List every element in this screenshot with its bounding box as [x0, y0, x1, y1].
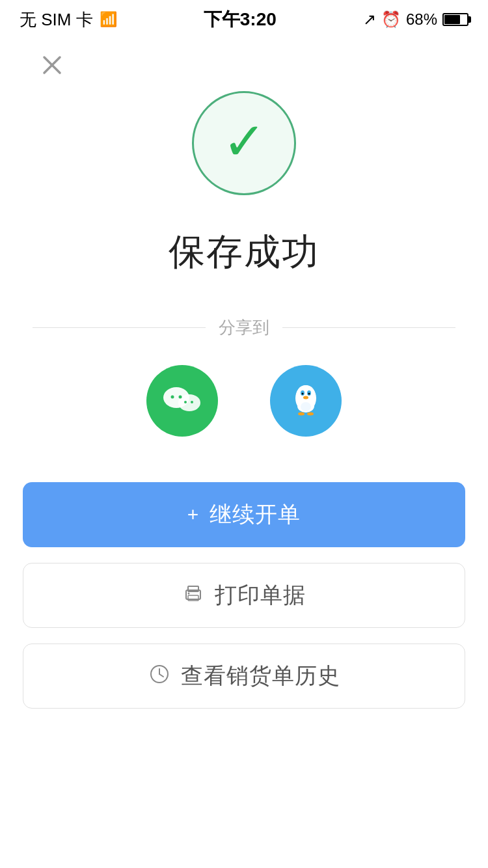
divider-line-left [33, 327, 206, 328]
continue-order-button[interactable]: + 继续开单 [23, 482, 465, 547]
qq-icon [285, 380, 327, 422]
printer-icon [182, 582, 204, 609]
svg-point-6 [184, 401, 187, 403]
history-icon [148, 663, 170, 690]
checkmark-icon: ✓ [223, 116, 266, 168]
sim-label: 无 SIM 卡 [20, 8, 93, 31]
share-divider: 分享到 [0, 316, 488, 339]
action-buttons: + 继续开单 打印单据 [23, 482, 465, 709]
alarm-icon: ⏰ [381, 10, 401, 29]
status-right: ↗ ⏰ 68% [363, 10, 468, 29]
print-label: 打印单据 [215, 580, 306, 610]
status-left: 无 SIM 卡 📶 [20, 8, 117, 31]
svg-point-5 [179, 396, 182, 399]
history-button[interactable]: 查看销货单历史 [23, 644, 465, 709]
status-time: 下午3:20 [204, 7, 277, 32]
svg-point-7 [191, 401, 193, 403]
svg-point-18 [307, 413, 314, 416]
battery-bar-icon [442, 13, 468, 26]
svg-point-13 [308, 393, 310, 395]
wechat-share-button[interactable] [146, 365, 218, 437]
svg-point-17 [298, 413, 305, 416]
print-button[interactable]: 打印单据 [23, 563, 465, 628]
svg-point-4 [171, 396, 174, 399]
status-bar: 无 SIM 卡 📶 下午3:20 ↗ ⏰ 68% [0, 0, 488, 39]
success-title: 保存成功 [169, 228, 319, 277]
svg-point-22 [188, 592, 190, 594]
share-label: 分享到 [206, 316, 282, 339]
close-button[interactable] [36, 49, 68, 81]
history-svg-icon [148, 663, 170, 685]
location-icon: ↗ [363, 10, 376, 29]
success-circle: ✓ [192, 91, 296, 195]
wechat-icon [159, 378, 205, 424]
continue-order-label: 继续开单 [210, 500, 301, 530]
share-icons-row [146, 365, 342, 437]
plus-icon: + [187, 504, 200, 526]
close-icon [40, 53, 64, 77]
wifi-icon: 📶 [100, 11, 117, 28]
divider-line-right [282, 327, 455, 328]
main-content: ✓ 保存成功 分享到 [0, 39, 488, 709]
svg-point-14 [303, 396, 308, 400]
battery-percent: 68% [406, 10, 437, 29]
print-svg-icon [182, 582, 204, 604]
svg-line-25 [159, 674, 163, 677]
svg-point-12 [302, 393, 304, 395]
qq-share-button[interactable] [270, 365, 342, 437]
svg-point-16 [301, 402, 311, 411]
history-label: 查看销货单历史 [181, 661, 340, 691]
